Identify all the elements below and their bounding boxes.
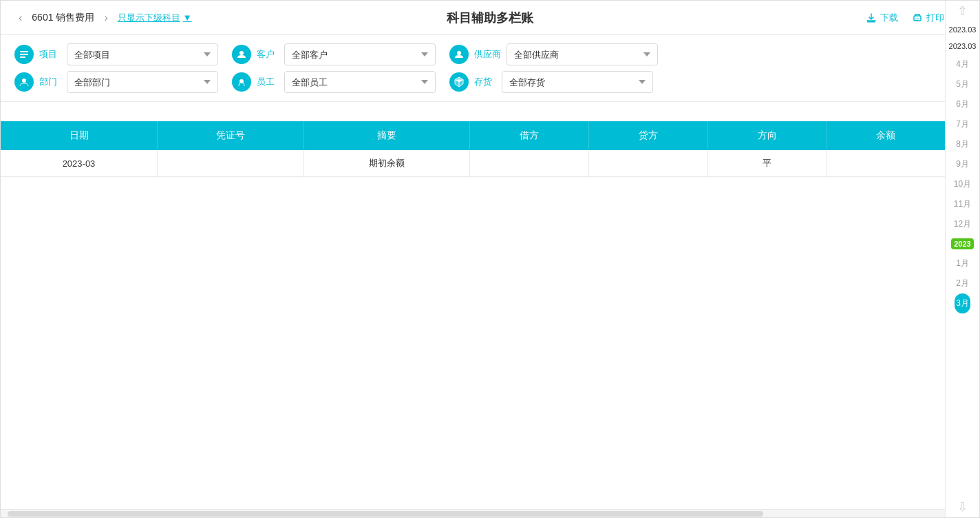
- cell-0: 2023-03: [1, 150, 158, 177]
- svg-rect-1: [914, 16, 921, 21]
- employee-filter: 员工 全部员工: [232, 71, 436, 93]
- prev-account-button[interactable]: ‹: [14, 10, 26, 25]
- svg-point-10: [239, 79, 244, 83]
- horizontal-scrollbar[interactable]: [1, 509, 945, 517]
- employee-label: 员工: [257, 76, 279, 88]
- customer-filter: 客户 全部客户: [232, 43, 436, 65]
- timeline-item-7月[interactable]: 7月: [951, 114, 973, 134]
- inventory-icon: [449, 72, 469, 92]
- project-filter: 项目 全部项目: [14, 43, 218, 65]
- cell-5: 平: [707, 150, 827, 177]
- svg-rect-4: [20, 51, 28, 52]
- project-select[interactable]: 全部项目: [67, 43, 218, 65]
- timeline-scroll: 2023.03 2023.03 4月5月6月7月8月9月10月11月12月202…: [946, 21, 979, 497]
- timeline-item-8月[interactable]: 8月: [951, 134, 973, 154]
- svg-rect-6: [20, 56, 25, 58]
- download-icon: [866, 12, 877, 23]
- svg-point-7: [239, 51, 244, 55]
- timeline-item-12月[interactable]: 12月: [951, 214, 973, 234]
- department-select[interactable]: 全部部门: [67, 71, 218, 93]
- svg-rect-5: [20, 54, 28, 55]
- timeline-down-arrow[interactable]: ⇩: [946, 497, 979, 517]
- svg-rect-3: [915, 20, 918, 21]
- cell-6: [827, 150, 945, 177]
- timeline-item-2月[interactable]: 2月: [951, 273, 973, 293]
- supplier-select[interactable]: 全部供应商: [507, 43, 658, 65]
- page-title: 科目辅助多栏账: [447, 10, 533, 26]
- account-code-name: 6601 销售费用: [32, 12, 94, 24]
- inventory-filter: 存货 全部存货: [449, 71, 653, 93]
- inventory-label: 存货: [474, 76, 496, 88]
- svg-point-8: [457, 51, 461, 55]
- scrollbar-thumb: [8, 511, 763, 517]
- col-debit: 借方: [469, 121, 588, 150]
- show-sub-accounts-button[interactable]: 只显示下级科目 ▼: [118, 12, 192, 24]
- col-credit: 贷方: [588, 121, 707, 150]
- table-row: 2023-03期初余额平: [1, 150, 945, 177]
- timeline-panel: ⇧ 2023.03 2023.03 4月5月6月7月8月9月10月11月12月2…: [945, 1, 979, 517]
- svg-rect-0: [867, 21, 875, 23]
- project-icon: [14, 45, 34, 64]
- timeline-item-10月[interactable]: 10月: [951, 174, 973, 194]
- timeline-year-badge: 2023: [951, 234, 973, 253]
- cell-2: 期初余额: [303, 150, 469, 177]
- cell-3: [469, 150, 588, 177]
- project-label: 项目: [39, 48, 61, 61]
- timeline-up-arrow[interactable]: ⇧: [946, 1, 979, 21]
- col-voucher: 凭证号: [158, 121, 304, 150]
- timeline-item-2023-03-top1[interactable]: 2023.03: [946, 21, 979, 38]
- timeline-item-2023-03-top2[interactable]: 2023.03: [946, 38, 979, 54]
- timeline-item-1月[interactable]: 1月: [951, 253, 973, 273]
- col-balance: 余额: [827, 121, 945, 150]
- timeline-item-11月[interactable]: 11月: [951, 194, 973, 214]
- department-filter: 部门 全部部门: [14, 71, 218, 93]
- cell-4: [588, 150, 707, 177]
- svg-rect-2: [915, 19, 919, 19]
- col-direction: 方向: [707, 121, 827, 150]
- supplier-filter: 供应商 全部供应商: [449, 43, 658, 65]
- download-button[interactable]: 下载: [866, 12, 898, 24]
- department-icon: [14, 72, 34, 92]
- timeline-item-6月[interactable]: 6月: [951, 94, 973, 114]
- customer-icon: [232, 45, 251, 64]
- supplier-icon: [449, 45, 469, 64]
- supplier-label: 供应商: [474, 48, 501, 61]
- ledger-table: 日期 凭证号 摘要 借方 贷方 方向 余额 2023-03期初余额平: [1, 121, 945, 177]
- employee-select[interactable]: 全部员工: [284, 71, 436, 93]
- cell-1: [158, 150, 304, 177]
- col-date: 日期: [1, 121, 158, 150]
- timeline-item-4月[interactable]: 4月: [951, 54, 973, 74]
- timeline-item-9月[interactable]: 9月: [951, 154, 973, 174]
- employee-icon: [232, 72, 251, 92]
- next-account-button[interactable]: ›: [100, 10, 111, 25]
- timeline-item-3月[interactable]: 3月: [955, 293, 970, 313]
- table-header-row: 日期 凭证号 摘要 借方 贷方 方向 余额: [1, 121, 945, 150]
- department-label: 部门: [39, 76, 61, 88]
- print-button[interactable]: 打印: [912, 12, 944, 24]
- col-summary: 摘要: [303, 121, 469, 150]
- customer-select[interactable]: 全部客户: [284, 43, 436, 65]
- svg-point-9: [22, 79, 26, 83]
- print-icon: [912, 12, 923, 23]
- timeline-item-5月[interactable]: 5月: [951, 74, 973, 94]
- inventory-select[interactable]: 全部存货: [502, 71, 653, 93]
- customer-label: 客户: [257, 48, 279, 61]
